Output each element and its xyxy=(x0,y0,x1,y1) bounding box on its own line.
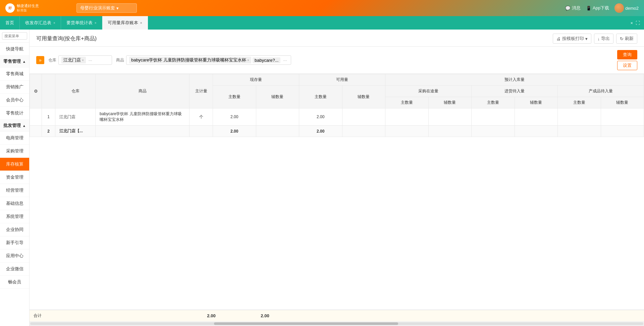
refresh-icon: ↻ xyxy=(620,36,624,41)
app-download-label: App下载 xyxy=(593,5,609,11)
print-button[interactable]: 🖨 按模板打印 ▾ xyxy=(553,34,591,44)
sidebar-item-basic-info[interactable]: 基础信息 xyxy=(0,197,29,210)
sidebar-item-app-center[interactable]: 应用中心 xyxy=(0,249,29,263)
message-icon: 💬 xyxy=(565,6,571,11)
footer-stock-aux xyxy=(225,313,252,318)
logo-icon: 好 xyxy=(5,3,15,13)
th-incoming-aux: 辅数量 xyxy=(515,97,558,108)
app-download-button[interactable]: 📱 App下载 xyxy=(586,5,609,11)
sidebar-item-member-vip[interactable]: 畅会员 xyxy=(0,276,29,289)
tab-receive-summary-close[interactable]: × xyxy=(53,21,55,25)
settings-button[interactable]: 设置 xyxy=(617,61,637,70)
warehouse-tag-remove[interactable]: × xyxy=(82,58,84,62)
th-purchase-group: 采购在途量 xyxy=(385,86,472,97)
export-button[interactable]: ↓ 导出 xyxy=(594,34,614,44)
tab-available-inventory[interactable]: 可用量库存账本 × xyxy=(102,16,148,30)
expand-button[interactable]: » xyxy=(36,56,44,64)
th-production-aux: 辅数量 xyxy=(601,97,644,108)
warehouse-tag-value: 江北门店 xyxy=(63,57,81,63)
sidebar-item-system-mgmt[interactable]: 系统管理 xyxy=(0,210,29,223)
sidebar-item-enterprise-wechat[interactable]: 企业微信 xyxy=(0,263,29,276)
sidebar-item-marketing[interactable]: 营销推广 xyxy=(0,81,29,94)
new-guide-label: 新手引导 xyxy=(6,240,23,245)
goods-filter-input[interactable]: babycare学饮杯 儿童防摔防撞吸管杯重力球吸嘴杯宝宝水杯 × babyca… xyxy=(126,55,291,65)
th-goods: 商品 xyxy=(96,74,190,108)
sidebar-item-retail-mgmt[interactable]: 零售管理 ▲ xyxy=(0,56,29,67)
logo-text-block: 畅捷通好生意 标准版 xyxy=(17,3,39,13)
main-layout: 快捷导航 零售管理 ▲ 零售商城 营销推广 会员中心 零售统计 批发管理 ▲ 电… xyxy=(0,30,644,326)
footer-available-aux xyxy=(278,313,305,318)
goods-tag-1-remove[interactable]: × xyxy=(247,58,249,62)
scrollbar-thumb[interactable] xyxy=(214,322,398,325)
wholesale-mgmt-arrow: ▲ xyxy=(22,124,26,128)
query-button[interactable]: 查询 xyxy=(617,50,637,59)
sidebar-item-quick-nav[interactable]: 快捷导航 xyxy=(0,43,29,56)
app-center-label: 应用中心 xyxy=(6,253,23,258)
avatar-image xyxy=(614,3,624,13)
export-label: 导出 xyxy=(601,36,610,42)
tab-receive-summary-label: 收发存汇总表 xyxy=(25,20,51,26)
goods-tag-1-value: babycare学饮杯 儿童防摔防撞吸管杯重力球吸嘴杯宝宝水杯 xyxy=(131,57,246,63)
th-no xyxy=(42,74,55,108)
tab-order-stats[interactable]: 要货单统计表 × xyxy=(61,16,102,30)
sidebar-item-inventory-check[interactable]: 库存核算 xyxy=(0,158,29,171)
retail-mgmt-arrow: ▲ xyxy=(22,60,26,63)
tab-home[interactable]: 首页 xyxy=(0,16,20,30)
scrollbar-track[interactable] xyxy=(30,322,643,325)
page-actions: 🖨 按模板打印 ▾ ↓ 导出 ↻ 刷新 xyxy=(553,34,638,44)
close-all-icon[interactable]: × xyxy=(630,20,633,26)
goods-filter-dots[interactable]: ··· xyxy=(282,58,288,63)
sidebar-item-purchase[interactable]: 采购管理 xyxy=(0,145,29,158)
tab-order-stats-close[interactable]: × xyxy=(95,21,97,25)
inventory-check-label: 库存核算 xyxy=(6,161,23,167)
goods-tag-2: babycare?... xyxy=(253,57,281,63)
warehouse-filter-input[interactable]: 江北门店 × ··· xyxy=(58,55,112,65)
tab-available-inventory-label: 可用量库存账本 xyxy=(108,20,138,26)
industry-label: 母婴行业演示账套 xyxy=(80,5,115,11)
sidebar-item-finance[interactable]: 资金管理 xyxy=(0,171,29,184)
sidebar-item-retail-stats[interactable]: 零售统计 xyxy=(0,107,29,120)
th-stock-group: 现存量 xyxy=(213,74,299,86)
member-vip-label: 畅会员 xyxy=(8,279,21,284)
sidebar-item-operations[interactable]: 经营管理 xyxy=(0,184,29,197)
content-area: 可用量查询(按仓库+商品) 🖨 按模板打印 ▾ ↓ 导出 ↻ 刷新 » xyxy=(30,30,644,326)
horizontal-scrollbar[interactable] xyxy=(30,321,644,326)
fullscreen-icon[interactable]: ⛶ xyxy=(636,20,640,26)
download-icon: 📱 xyxy=(586,6,591,11)
th-production-group: 产成品待入量 xyxy=(558,86,644,97)
industry-selector[interactable]: 母婴行业演示账套 ▾ xyxy=(76,3,137,13)
sidebar-item-enterprise-collab[interactable]: 企业协同 xyxy=(0,223,29,236)
enterprise-collab-label: 企业协同 xyxy=(6,227,23,232)
print-label: 按模板打印 xyxy=(562,36,584,42)
sidebar-item-new-guide[interactable]: 新手引导 xyxy=(0,236,29,249)
filter-actions: 查询 设置 xyxy=(617,50,637,70)
top-bar: 好 畅捷通好生意 标准版 母婴行业演示账套 ▾ 💬 消息 📱 App下载 dem… xyxy=(0,0,644,16)
export-icon: ↓ xyxy=(598,36,600,41)
app-edition: 标准版 xyxy=(17,8,39,13)
table-footer: 合计 2.00 2.00 xyxy=(30,310,644,321)
purchase-label: 采购管理 xyxy=(6,148,23,153)
main-table: ⚙ 仓库 商品 主计量 现存量 可用量 预计入库量 主数量 辅数量 主数量 xyxy=(30,74,644,137)
tab-available-inventory-close[interactable]: × xyxy=(140,21,142,25)
member-center-label: 会员中心 xyxy=(6,97,23,102)
th-available-aux: 辅数量 xyxy=(342,86,385,108)
tab-receive-summary[interactable]: 收发存汇总表 × xyxy=(20,16,61,30)
th-main-unit: 主计量 xyxy=(190,74,213,108)
ecommerce-label: 电商管理 xyxy=(6,135,23,140)
sidebar-item-ecommerce[interactable]: 电商管理 xyxy=(0,132,29,145)
filter-row: » 仓库 江北门店 × ··· 商品 babycare学饮杯 儿童防摔防撞吸管杯… xyxy=(30,47,644,74)
gear-icon[interactable]: ⚙ xyxy=(34,89,38,94)
warehouse-filter-group: 仓库 江北门店 × ··· xyxy=(48,55,112,65)
sidebar-item-wholesale-mgmt[interactable]: 批发管理 ▲ xyxy=(0,120,29,132)
sidebar-item-retail-mall[interactable]: 零售商城 xyxy=(0,67,29,81)
logo-area: 好 畅捷通好生意 标准版 xyxy=(5,3,72,13)
refresh-button[interactable]: ↻ 刷新 xyxy=(616,34,637,44)
sidebar-quick-nav-label: 快捷导航 xyxy=(6,46,23,51)
sidebar-item-member-center[interactable]: 会员中心 xyxy=(0,94,29,107)
search-input[interactable] xyxy=(2,32,27,40)
th-stock-main: 主数量 xyxy=(213,86,256,108)
basic-info-label: 基础信息 xyxy=(6,201,23,206)
warehouse-filter-dots[interactable]: ··· xyxy=(87,58,94,63)
message-button[interactable]: 💬 消息 xyxy=(565,5,581,11)
user-profile[interactable]: demo2 xyxy=(614,3,639,13)
